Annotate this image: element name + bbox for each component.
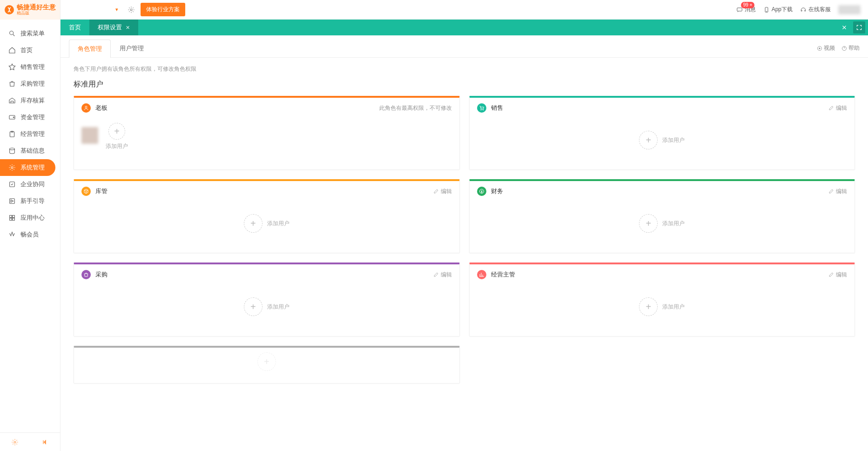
role-card-manager: 经营主管 编辑 +添加用户 <box>469 263 855 337</box>
sidebar-item-baseinfo[interactable]: 基础信息 <box>0 142 60 159</box>
svg-rect-10 <box>13 215 15 218</box>
add-user-button[interactable]: + 添加用户 <box>106 123 128 150</box>
tab-permissions[interactable]: 权限设置✕ <box>89 20 138 35</box>
sidebar-label: 首页 <box>20 46 33 54</box>
topbar: ▾ 体验行业方案 消息 99 + App下载 在线客服 <box>61 0 868 20</box>
help-link[interactable]: 帮助 <box>841 44 860 52</box>
warehouse-icon <box>8 97 16 104</box>
sidebar-label: 新手引导 <box>20 197 45 205</box>
role-name: 采购 <box>95 270 108 279</box>
subtabs-row: 角色管理 用户管理 视频 帮助 <box>61 39 868 58</box>
subtab-users[interactable]: 用户管理 <box>111 39 153 57</box>
plus-icon[interactable]: + <box>257 352 276 371</box>
sales-icon <box>8 63 16 71</box>
logo-text: 畅捷通好生意 <box>17 4 56 10</box>
role-name: 销售 <box>491 104 503 112</box>
box-icon <box>81 187 91 196</box>
store-selector[interactable] <box>68 6 124 14</box>
plus-icon: + <box>639 131 658 149</box>
sidebar-item-funds[interactable]: 资金管理 <box>0 109 60 126</box>
edit-button[interactable]: 编辑 <box>433 271 452 279</box>
role-card-sales: 销售 编辑 +添加用户 <box>469 96 855 170</box>
sidebar-item-purchase[interactable]: 采购管理 <box>0 75 60 92</box>
chart-icon <box>477 270 486 279</box>
role-name: 老板 <box>95 104 108 112</box>
sidebar-footer <box>0 432 60 451</box>
role-card-purchase: 采购 编辑 +添加用户 <box>74 263 460 337</box>
sidebar-label: 库存核算 <box>20 96 45 105</box>
sidebar: 畅捷通好生意 精品版 搜索菜单 首页 销售管理 采购管理 库存核算 资金管理 经… <box>0 0 61 451</box>
main: ▾ 体验行业方案 消息 99 + App下载 在线客服 <box>61 0 868 451</box>
collapse-icon[interactable] <box>41 438 49 446</box>
svg-rect-11 <box>10 218 12 221</box>
user-avatar[interactable] <box>838 5 861 14</box>
role-name: 财务 <box>491 187 503 195</box>
add-user-button[interactable]: +添加用户 <box>244 214 289 233</box>
plus-icon: + <box>639 214 658 233</box>
role-cards: 老板 此角色有最高权限，不可修改 + 添加用户 <box>61 96 868 384</box>
close-icon[interactable]: ✕ <box>126 25 130 31</box>
section-title: 标准用户 <box>61 76 868 96</box>
money-icon <box>477 187 486 196</box>
edit-button[interactable]: 编辑 <box>828 104 847 112</box>
sidebar-label: 资金管理 <box>20 113 45 121</box>
logo[interactable]: 畅捷通好生意 精品版 <box>0 0 60 20</box>
sidebar-label: 搜索菜单 <box>20 29 45 38</box>
logo-edition: 精品版 <box>17 10 56 16</box>
user-avatar-slot[interactable] <box>81 127 98 147</box>
add-user-button[interactable]: +添加用户 <box>639 131 685 149</box>
support-link[interactable]: 在线客服 <box>800 6 831 13</box>
sidebar-item-vip[interactable]: 畅会员 <box>0 226 60 243</box>
plus-icon: + <box>639 297 658 316</box>
svg-point-20 <box>85 106 87 108</box>
add-user-button[interactable]: +添加用户 <box>639 214 685 233</box>
sidebar-item-collab[interactable]: 企业协同 <box>0 176 60 193</box>
settings-button[interactable] <box>128 6 135 13</box>
sidebar-label: 采购管理 <box>20 80 45 88</box>
add-user-button[interactable]: +添加用户 <box>639 297 685 316</box>
tab-home[interactable]: 首页 <box>61 20 89 35</box>
svg-rect-9 <box>10 215 12 218</box>
subtab-roles[interactable]: 角色管理 <box>69 40 111 58</box>
sidebar-item-apps[interactable]: 应用中心 <box>0 209 60 226</box>
download-link[interactable]: App下载 <box>763 6 793 13</box>
close-all-tabs-button[interactable] <box>838 21 850 34</box>
sidebar-item-search[interactable]: 搜索菜单 <box>0 25 60 42</box>
svg-point-6 <box>11 167 13 168</box>
settings-icon[interactable] <box>11 438 19 446</box>
svg-point-3 <box>13 117 14 118</box>
add-user-button[interactable]: +添加用户 <box>244 297 289 316</box>
edit-button[interactable]: 编辑 <box>828 188 847 195</box>
boss-icon <box>81 103 91 113</box>
logo-icon <box>4 4 15 15</box>
experience-plan-button[interactable]: 体验行业方案 <box>141 3 185 16</box>
apps-icon <box>8 214 16 222</box>
role-name: 经营主管 <box>491 270 515 279</box>
collab-icon <box>8 181 16 188</box>
plus-icon: + <box>244 297 262 316</box>
video-link[interactable]: 视频 <box>817 44 835 52</box>
sidebar-item-system[interactable]: 系统管理 <box>0 159 55 176</box>
sidebar-item-operations[interactable]: 经营管理 <box>0 126 60 142</box>
edit-button[interactable]: 编辑 <box>433 188 452 195</box>
gear-icon <box>8 164 16 171</box>
content: 角色管理 用户管理 视频 帮助 角色下用户拥有该角色所有权限，可修改角色权限 标… <box>61 35 868 451</box>
sidebar-item-inventory[interactable]: 库存核算 <box>0 92 60 109</box>
sidebar-item-sales[interactable]: 销售管理 <box>0 59 60 75</box>
clipboard-icon <box>8 130 16 138</box>
messages-link[interactable]: 消息 99 + <box>736 6 756 13</box>
sidebar-item-home[interactable]: 首页 <box>0 42 60 59</box>
sidebar-item-guide[interactable]: 新手引导 <box>0 193 60 209</box>
svg-point-1 <box>10 31 13 35</box>
edit-button[interactable]: 编辑 <box>828 271 847 279</box>
sidebar-label: 应用中心 <box>20 214 45 222</box>
svg-rect-15 <box>737 7 742 11</box>
sidebar-nav: 搜索菜单 首页 销售管理 采购管理 库存核算 资金管理 经营管理 基础信息 系统… <box>0 20 60 432</box>
role-card-extra: + <box>74 346 460 384</box>
sidebar-label: 销售管理 <box>20 63 45 71</box>
role-card-boss: 老板 此角色有最高权限，不可修改 + 添加用户 <box>74 96 460 170</box>
fullscreen-button[interactable] <box>853 21 865 34</box>
svg-rect-12 <box>13 218 15 221</box>
sidebar-label: 系统管理 <box>20 163 45 172</box>
headset-icon <box>800 7 807 13</box>
